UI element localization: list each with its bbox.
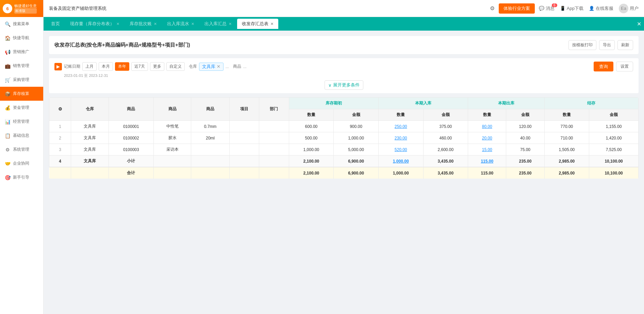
content-area: 收发存汇总表(按仓库+商品编码+商品+规格型号+项目+部门) 按模板打印 导出 … <box>44 31 644 314</box>
goods-label: 商品 <box>233 64 241 69</box>
col-settings-header[interactable]: ⚙ <box>49 98 71 121</box>
total-closing-amt: 10,100.00 <box>589 167 639 179</box>
date-range-text: 2023-01-01 至 2023-12-31 <box>64 73 108 78</box>
sidebar-item-operations[interactable]: 📊 经营管理 <box>0 115 43 129</box>
sidebar-item-search[interactable]: 🔍 搜索菜单 <box>0 17 43 31</box>
col-out-header: 本期出库 <box>468 98 544 109</box>
date-btn-custom[interactable]: 自定义 <box>166 62 185 71</box>
row-closing-qty: 1,505.00 <box>544 144 589 155</box>
sidebar-item-marketing[interactable]: 📢 营销推广 <box>0 45 43 59</box>
tab-collect-summary[interactable]: 收发存汇总表 ✕ <box>237 19 278 29</box>
sidebar-item-purchase[interactable]: 🛒 采购管理 <box>0 73 43 87</box>
date-btn-this-month[interactable]: 本月 <box>99 62 113 71</box>
page-header: 收发存汇总表(按仓库+商品编码+商品+规格型号+项目+部门) 按模板打印 导出 … <box>49 36 639 54</box>
row-closing-qty: 770.00 <box>544 121 589 132</box>
refresh-button[interactable]: 刷新 <box>617 40 633 50</box>
tab-close-icon[interactable]: ✕ <box>154 22 157 26</box>
row-project <box>229 132 259 144</box>
logo-icon: 6 <box>3 4 12 13</box>
finance-icon: 💰 <box>5 105 10 111</box>
sidebar-item-sales[interactable]: 💼 销售管理 <box>0 59 43 73</box>
row-goods-name: 中性笔 <box>153 121 191 132</box>
newbie-icon: 🎯 <box>5 175 10 180</box>
row-dept <box>259 132 289 144</box>
col-opening-header: 库存期初 <box>289 98 378 109</box>
goods-more[interactable]: ... <box>243 64 247 69</box>
date-btn-more[interactable]: 更多 <box>150 62 164 71</box>
tab-inout-flow[interactable]: 出入库流水 ✕ <box>162 19 199 29</box>
row-in-amt: 2,600.00 <box>423 144 468 155</box>
app-download-button[interactable]: 📱 App下载 <box>560 5 583 12</box>
date-range-display: 2023-01-01 至 2023-12-31 <box>54 73 633 78</box>
row-warehouse: 文具库 <box>71 132 109 144</box>
tab-close-icon[interactable]: ✕ <box>270 22 274 26</box>
sidebar-item-quicknav[interactable]: 🏠 快捷导航 <box>0 31 43 45</box>
row-out-amt: 40.00 <box>506 132 544 144</box>
col-dept-header: 部门 <box>259 98 289 121</box>
tabbar-close-icon[interactable]: ✕ <box>637 21 641 27</box>
filter-collapse-icon[interactable]: ▶ <box>54 63 62 70</box>
tab-label: 收发存汇总表 <box>242 21 268 27</box>
date-btn-7days[interactable]: 近7天 <box>131 62 148 71</box>
query-button[interactable]: 查询 <box>594 62 613 71</box>
row-out-qty[interactable]: 20.00 <box>468 132 506 144</box>
date-btn-this-year[interactable]: 本年 <box>115 62 129 71</box>
expand-row: ∨ 展开更多条件 <box>54 80 633 90</box>
purchase-icon: 🛒 <box>5 77 10 83</box>
closing-qty-header: 数量 <box>544 109 589 121</box>
filter-bar: ▶ 记账日期 上月 本月 本年 近7天 更多 自定义 仓库 文具库 ✕ ... <box>49 58 639 93</box>
tab-batch-ledger[interactable]: 库存批次账 ✕ <box>125 19 162 29</box>
filter-actions: 查询 设置 <box>594 62 633 71</box>
sidebar-item-label: 库存核算 <box>13 91 29 97</box>
trial-button[interactable]: 体验行业方案 <box>499 3 535 14</box>
sidebar-item-finance[interactable]: 💰 资金管理 <box>0 101 43 115</box>
sidebar-item-label: 企业协同 <box>13 161 29 166</box>
settings-button[interactable]: 设置 <box>616 62 633 71</box>
goods-filter: 商品 ... <box>233 64 247 69</box>
sidebar-item-newbie[interactable]: 🎯 新手引导 <box>0 170 43 184</box>
topbar: 装备及固定资产辅助管理系统 ⚙ 体验行业方案 💬 消息 6 📱 App下载 👤 … <box>44 0 644 17</box>
print-button[interactable]: 按模板打印 <box>568 40 596 50</box>
tab-close-icon[interactable]: ✕ <box>116 22 119 26</box>
sidebar-item-label: 系统管理 <box>13 147 29 152</box>
row-num: 2 <box>49 132 71 144</box>
expand-button[interactable]: ∨ 展开更多条件 <box>325 80 363 90</box>
warehouse-more[interactable]: ... <box>226 64 229 69</box>
warehouse-tag-close-icon[interactable]: ✕ <box>217 64 220 69</box>
row-in-qty[interactable]: 520.00 <box>378 144 423 155</box>
avatar: Ea <box>619 4 628 13</box>
tab-inventory-dist[interactable]: 现存量（库存分布表） ✕ <box>65 19 124 29</box>
subtotal-in-qty[interactable]: 1,000.00 <box>378 155 423 167</box>
messages-button[interactable]: 💬 消息 6 <box>539 5 555 12</box>
date-btn-prev-month[interactable]: 上月 <box>82 62 97 71</box>
row-out-qty[interactable]: 80.00 <box>468 121 506 132</box>
tab-home[interactable]: 首页 <box>46 19 65 29</box>
tab-inout-summary[interactable]: 出入库汇总 ✕ <box>200 19 236 29</box>
page-header-actions: 按模板打印 导出 刷新 <box>568 40 633 50</box>
row-opening-amt: 5,000.00 <box>334 144 379 155</box>
row-out-qty[interactable]: 15.00 <box>468 144 506 155</box>
column-settings-icon[interactable]: ⚙ <box>58 106 62 112</box>
sidebar-item-basic[interactable]: 📋 基础信息 <box>0 129 43 143</box>
sidebar-item-system[interactable]: ⚙ 系统管理 <box>0 143 43 156</box>
sidebar-item-label: 采购管理 <box>13 77 29 83</box>
table-row: 2 文具库 0100002 胶水 20ml 500.00 1,000.00 23… <box>49 132 639 144</box>
app-icon: 📱 <box>560 6 565 11</box>
expand-label: 展开更多条件 <box>333 82 360 88</box>
subtotal-out-qty[interactable]: 115.00 <box>468 155 506 167</box>
user-menu[interactable]: Ea 用户 <box>619 4 639 13</box>
sidebar-item-inventory[interactable]: 📦 库存核算 <box>0 87 43 101</box>
settings-icon[interactable]: ⚙ <box>490 5 495 12</box>
export-button[interactable]: 导出 <box>599 40 615 50</box>
tab-close-icon[interactable]: ✕ <box>191 22 194 26</box>
row-in-qty[interactable]: 250.00 <box>378 121 423 132</box>
sidebar-item-enterprise[interactable]: 🤝 企业协同 <box>0 156 43 170</box>
online-service-button[interactable]: 👤 在线客服 <box>589 5 613 12</box>
col-warehouse-header: 仓库 <box>71 98 109 121</box>
row-opening-qty: 500.00 <box>289 132 334 144</box>
tab-close-icon[interactable]: ✕ <box>229 22 232 26</box>
total-out-qty: 115.00 <box>468 167 506 179</box>
subtotal-label: 小计 <box>109 155 153 167</box>
row-in-qty[interactable]: 230.00 <box>378 132 423 144</box>
sidebar-item-label: 新手引导 <box>13 175 29 180</box>
